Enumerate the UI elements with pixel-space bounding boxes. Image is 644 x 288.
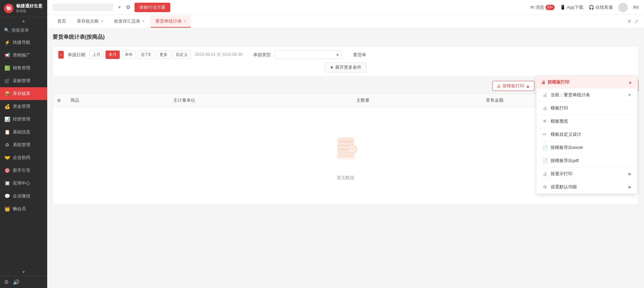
topbar-dropdown-arrow[interactable]: ▼ xyxy=(117,5,122,10)
purchase-icon: 🛒 xyxy=(4,78,10,84)
filter-collapse-btn[interactable]: › xyxy=(58,51,64,59)
template-print-item[interactable]: 🖨 模板打印 xyxy=(536,102,637,115)
sidebar-scroll-up[interactable]: ▲ xyxy=(0,17,47,25)
template-export-pdf-item[interactable]: 📄 按模板导出pdf xyxy=(536,154,637,167)
date-btn-this-year[interactable]: 本年 xyxy=(122,51,136,59)
sidebar-item-inventory[interactable]: 📦 库存核算 xyxy=(0,87,47,100)
window-maximize-icon[interactable]: ⤢ xyxy=(634,18,639,25)
print-header-text: 按模板打印 xyxy=(548,79,569,85)
volume-icon[interactable]: 🔊 xyxy=(13,279,20,285)
tab-window-buttons: ✕ ⤢ xyxy=(627,18,639,25)
print-dropdown: 🖨 按模板打印 ▲ 🖨 当前：要货单统计表 ▼ 🖨 模板打印 👁 模板预览 ✏ xyxy=(536,75,637,194)
shortcut-icon: ⚡ xyxy=(4,40,10,45)
template-design-icon: ✏ xyxy=(542,132,548,137)
print-template-button[interactable]: 🖨 按模板打印 ▲ xyxy=(492,81,534,91)
sidebar-item-operations[interactable]: 📊 经营管理 xyxy=(0,113,47,126)
template-export-pdf-label: 按模板导出pdf xyxy=(551,158,579,164)
trial-button[interactable]: 体验行业方案 xyxy=(135,3,170,12)
date-btn-this-month[interactable]: 本月 xyxy=(106,51,120,59)
tab-receipt-summary[interactable]: 收发存汇总表 × xyxy=(109,15,149,28)
user-name: Rit xyxy=(633,5,639,10)
operations-icon: 📊 xyxy=(4,117,10,122)
app-title: 畅捷通好生意 xyxy=(16,3,42,9)
date-range-display: 2023-06-01 至 2023-06-30 xyxy=(195,52,242,58)
sidebar-item-finance[interactable]: 💰 资金管理 xyxy=(0,100,47,113)
sidebar-item-system[interactable]: ⚙ 系统管理 xyxy=(0,138,47,151)
tab-inventory-batch-close[interactable]: × xyxy=(101,19,103,24)
sidebar-item-sales[interactable]: 💹 销售管理 xyxy=(0,62,47,74)
display-print-icon: 🖨 xyxy=(542,171,548,177)
sidebar-item-label: 系统管理 xyxy=(13,142,30,148)
sidebar-item-wechat[interactable]: 💬 企业微信 xyxy=(0,190,47,202)
member-icon: 👑 xyxy=(4,206,10,212)
sales-icon: 💹 xyxy=(4,65,10,71)
sidebar-item-marketing[interactable]: 📢 营销推广 xyxy=(0,49,47,62)
window-close-icon[interactable]: ✕ xyxy=(627,18,632,25)
display-print-item[interactable]: 🖨 按显示打印 ▶ xyxy=(536,167,637,181)
print-current-item[interactable]: 🖨 当前：要货单统计表 ▼ xyxy=(536,89,637,102)
date-btn-prev-month[interactable]: 上月 xyxy=(89,51,104,59)
display-print-arrow: ▶ xyxy=(628,171,632,176)
template-export-excel-label: 按模板导出excel xyxy=(551,145,583,151)
sidebar-item-guide[interactable]: 🎯 新手引导 xyxy=(0,164,47,177)
date-btn-custom[interactable]: 自定义 xyxy=(173,51,191,59)
sidebar-item-basic[interactable]: 📋 基础信息 xyxy=(0,126,47,138)
default-func-item[interactable]: ⚙ 设置默认功能 ▶ xyxy=(536,181,637,194)
tab-inventory-batch-label: 库存批次账 xyxy=(77,18,99,24)
print-dropdown-header[interactable]: 🖨 按模板打印 ▲ xyxy=(536,76,637,89)
current-template-arrow: ▼ xyxy=(627,93,632,97)
tab-inventory-batch[interactable]: 库存批次账 × xyxy=(72,15,108,28)
sidebar-search-item[interactable]: 🔍 搜索菜单 xyxy=(0,25,47,36)
topbar-gear-icon[interactable]: ⚙ xyxy=(126,4,130,10)
tab-order-stats[interactable]: 要货单统计表 × xyxy=(151,15,191,28)
template-design-item[interactable]: ✏ 模板自定义设计 xyxy=(536,128,637,141)
date-btn-more[interactable]: 更多 xyxy=(156,51,171,59)
yaohuodan-label: 要货单 xyxy=(353,52,366,58)
filter-row-1: › 单据日期 上月 本月 本年 近7天 更多 自定义 2023-06-01 至 … xyxy=(58,51,633,59)
sidebar-item-label: 库存核算 xyxy=(13,91,30,97)
tabbar: 首页 库存批次账 × 收发存汇总表 × 要货单统计表 × ✕ ⤢ xyxy=(47,15,644,28)
template-export-excel-icon: 📄 xyxy=(542,145,548,150)
headset-icon: 🎧 xyxy=(589,5,594,10)
expand-more-wrapper: ▼ 展开更多条件 xyxy=(58,62,633,72)
user-avatar[interactable] xyxy=(618,3,628,12)
display-print-label: 按显示打印 xyxy=(551,171,573,177)
table-gear-icon[interactable]: ⚙ xyxy=(57,98,61,103)
tab-home-label: 首页 xyxy=(57,18,66,24)
tab-order-stats-close[interactable]: × xyxy=(184,19,186,24)
sidebar-scroll-down[interactable]: ▼ xyxy=(0,268,47,276)
sidebar-item-label: 采购管理 xyxy=(13,78,30,84)
sidebar-item-apps[interactable]: 🔲 应用中心 xyxy=(0,177,47,190)
sidebar-item-label: 资金管理 xyxy=(13,103,30,109)
sidebar-item-shortcut[interactable]: ⚡ 快捷导航 xyxy=(0,36,47,49)
message-badge: 99+ xyxy=(546,5,555,10)
template-preview-item[interactable]: 👁 模板预览 xyxy=(536,115,637,128)
topbar-search-input[interactable] xyxy=(53,4,113,11)
template-preview-label: 模板预览 xyxy=(551,118,568,124)
current-template-label: 当前：要货单统计表 xyxy=(551,92,590,98)
app-download-button[interactable]: 📱 App下载 xyxy=(560,4,583,10)
settings-icon[interactable]: ⚙ xyxy=(4,279,9,285)
current-template-icon: 🖨 xyxy=(542,92,548,98)
print-dropdown-up-arrow: ▲ xyxy=(628,80,632,85)
print-icon: 🖨 xyxy=(497,84,501,89)
sidebar-item-enterprise[interactable]: 🤝 企业协同 xyxy=(0,151,47,164)
message-button[interactable]: ✉ 消息 99+ xyxy=(530,4,555,10)
apps-icon: 🔲 xyxy=(4,181,10,186)
tab-home[interactable]: 首页 xyxy=(53,15,71,28)
message-label: 消息 xyxy=(535,4,544,10)
type-select[interactable] xyxy=(275,51,342,59)
tab-receipt-summary-close[interactable]: × xyxy=(142,19,145,24)
tab-receipt-summary-label: 收发存汇总表 xyxy=(114,18,140,24)
online-service-button[interactable]: 🎧 在线客服 xyxy=(589,4,613,10)
col-quantity: 主数量 xyxy=(352,94,482,107)
sidebar-item-label: 经营管理 xyxy=(13,116,30,122)
sidebar-item-label: 营销推广 xyxy=(13,52,30,58)
date-btn-7days[interactable]: 近7天 xyxy=(138,51,154,59)
sidebar-item-member[interactable]: 👑 畅会员 xyxy=(0,202,47,215)
sidebar-item-purchase[interactable]: 🛒 采购管理 xyxy=(0,74,47,87)
expand-more-btn[interactable]: ▼ 展开更多条件 xyxy=(325,62,367,72)
topbar: ▼ ⚙ 体验行业方案 ✉ 消息 99+ 📱 App下载 🎧 在线客服 Rit xyxy=(47,0,644,15)
template-export-excel-item[interactable]: 📄 按模板导出excel xyxy=(536,141,637,154)
sidebar-bottom: ⚙ 🔊 xyxy=(0,276,47,288)
